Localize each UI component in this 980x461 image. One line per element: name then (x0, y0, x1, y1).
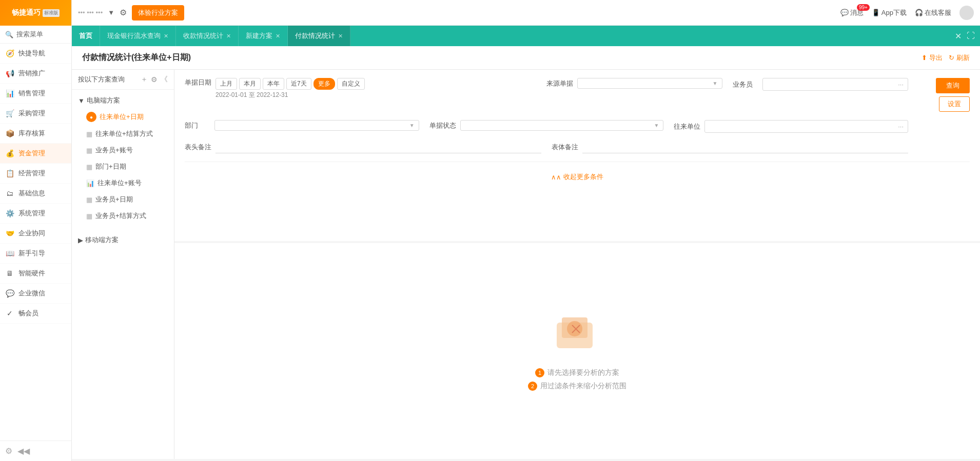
marketing-icon: 📢 (5, 69, 14, 78)
setting-button[interactable]: 设置 (939, 96, 970, 112)
header-note-group: 表头备注 (185, 141, 541, 153)
inventory-icon: 📦 (5, 129, 14, 138)
message-button[interactable]: 💬 消息 99+ (840, 8, 864, 17)
tab-new-plan[interactable]: 新建方案 ✕ (239, 26, 288, 46)
tab-payment[interactable]: 付款情况统计 ✕ (288, 26, 350, 46)
scheme-item-dept-date[interactable]: ▦ 部门+日期 (72, 158, 174, 175)
sidebar-item-weixin[interactable]: 💬 企业微信 (0, 284, 71, 304)
sidebar-item-guide[interactable]: 📖 新手引导 (0, 244, 71, 264)
tab-home[interactable]: 首页 (72, 26, 100, 46)
scheme-item-staff-account[interactable]: ▦ 业务员+账号 (72, 142, 174, 158)
topbar-right: 💬 消息 99+ 📱 App下载 🎧 在线客服 (840, 6, 974, 20)
date-btn-more[interactable]: 更多 (313, 78, 335, 90)
refresh-button[interactable]: ↻ 刷新 (949, 53, 970, 63)
date-btn-last-month[interactable]: 上月 (215, 78, 237, 90)
service-button[interactable]: 🎧 在线客服 (915, 8, 951, 17)
app-download-button[interactable]: 📱 App下载 (872, 8, 907, 17)
scheme-panel-header: 按以下方案查询 ＋ ⚙ 《 (72, 70, 174, 90)
scheme-item-unit-account[interactable]: 📊 往来单位+账号 (72, 175, 174, 191)
source-filter-group: 来源单据 ▼ (546, 78, 722, 89)
filter-actions: 查询 设置 (918, 78, 970, 112)
tab-expand-icon[interactable]: ⛶ (967, 31, 975, 41)
staff-filter-group: 业务员 ··· (733, 78, 909, 91)
filter-panel: 单据日期 上月 本月 本年 近7天 更多 自定义 20 (174, 70, 980, 241)
sidebar-item-system[interactable]: ⚙️ 系统管理 (0, 204, 71, 224)
basic-icon: 🗂 (5, 189, 14, 198)
date-btn-7days[interactable]: 近7天 (286, 78, 311, 90)
query-button[interactable]: 查询 (936, 78, 970, 93)
collapse-scheme-icon[interactable]: 《 (161, 75, 168, 84)
sidebar-label-guide: 新手引导 (18, 249, 45, 258)
search-menu-label: 搜索菜单 (16, 30, 43, 39)
unit-select[interactable]: ··· (704, 120, 908, 133)
scheme-item-unit-date[interactable]: ● 往来单位+日期 (72, 108, 174, 126)
topbar-gear-icon[interactable]: ⚙ (120, 8, 127, 17)
body-note-input[interactable] (582, 141, 908, 153)
dropdown-icon[interactable]: ▼ (108, 9, 114, 16)
system-icon: ⚙️ (5, 209, 14, 218)
collapse-button[interactable]: ∧∧ 收起更多条件 (185, 172, 970, 182)
scheme-item-label-0: 往来单位+日期 (100, 112, 144, 122)
unit-dots-icon: ··· (898, 123, 904, 130)
scheme-item-label-4: 往来单位+账号 (97, 178, 142, 188)
tab-receivable[interactable]: 收款情况统计 ✕ (176, 26, 239, 46)
export-button[interactable]: ⬆ 导出 (922, 53, 943, 63)
empty-hint-1-text: 请先选择要分析的方案 (547, 368, 619, 377)
pc-group-title[interactable]: ▼ 电脑端方案 (72, 93, 174, 108)
app-label: App下载 (881, 8, 907, 17)
search-menu[interactable]: 🔍 搜索菜单 (0, 26, 71, 44)
trial-button[interactable]: 体验行业方案 (132, 5, 184, 21)
tab-bank-close[interactable]: ✕ (164, 33, 168, 39)
date-btn-this-month[interactable]: 本月 (239, 78, 261, 90)
empty-hint-2-text: 用过滤条件来缩小分析范围 (540, 382, 626, 391)
scheme-item-unit-settle[interactable]: ▦ 往来单位+结算方式 (72, 126, 174, 142)
dept-select[interactable]: ▼ (214, 120, 419, 131)
sidebar-item-member[interactable]: ✓ 畅会员 (0, 304, 71, 324)
sidebar-item-enterprise[interactable]: 🤝 企业协同 (0, 224, 71, 244)
quick-nav-icon: 🧭 (5, 49, 14, 58)
collapse-area: ∧∧ 收起更多条件 (185, 162, 970, 182)
brand-name: 畅捷通巧 (12, 8, 41, 17)
scheme-item-icon-6: ▦ (86, 212, 92, 220)
sidebar-item-sales[interactable]: 📊 销售管理 (0, 84, 71, 104)
tab-close-all-icon[interactable]: ✕ (955, 31, 962, 41)
empty-hint-1: 1 请先选择要分析的方案 (535, 368, 619, 377)
manage-scheme-icon[interactable]: ⚙ (151, 75, 158, 84)
staff-select[interactable]: ··· (762, 78, 909, 91)
tab-receivable-close[interactable]: ✕ (226, 33, 231, 39)
settings-icon[interactable]: ⚙ (5, 446, 12, 456)
add-scheme-icon[interactable]: ＋ (141, 75, 148, 84)
mobile-group-title[interactable]: ▶ 移动端方案 (72, 232, 174, 248)
tab-new-plan-close[interactable]: ✕ (276, 33, 280, 39)
date-btn-this-year[interactable]: 本年 (263, 78, 284, 90)
header-note-input[interactable] (215, 141, 541, 153)
doc-status-select[interactable]: ▼ (460, 120, 664, 131)
scheme-item-staff-date[interactable]: ▦ 业务员+日期 (72, 191, 174, 208)
sidebar-item-marketing[interactable]: 📢 营销推广 (0, 64, 71, 84)
empty-illustration (546, 307, 608, 360)
topbar-logo-text: ••• ••• ••• (78, 9, 103, 16)
source-select[interactable]: ▼ (577, 78, 722, 89)
sidebar-label-system: 系统管理 (18, 209, 45, 218)
sidebar-item-operation[interactable]: 📋 经营管理 (0, 164, 71, 184)
sidebar-item-purchase[interactable]: 🛒 采购管理 (0, 104, 71, 124)
user-avatar[interactable] (959, 6, 974, 20)
scheme-panel: 按以下方案查询 ＋ ⚙ 《 ▼ 电脑端方案 ● 往来单位+日期 (72, 70, 174, 459)
tab-payment-close[interactable]: ✕ (338, 33, 343, 39)
guide-icon: 📖 (5, 249, 14, 258)
mobile-group-label: 移动端方案 (85, 235, 119, 245)
sidebar-item-hardware[interactable]: 🖥 智能硬件 (0, 264, 71, 284)
sidebar-item-capital[interactable]: 💰 资金管理 (0, 144, 71, 164)
scheme-item-icon-1: ▦ (86, 130, 92, 138)
tab-bank[interactable]: 现金银行流水查询 ✕ (100, 26, 176, 46)
collapse-sidebar-icon[interactable]: ◀◀ (17, 446, 30, 456)
staff-dots-icon: ··· (898, 81, 904, 88)
date-btn-custom[interactable]: 自定义 (337, 78, 365, 90)
scheme-item-staff-settle[interactable]: ▦ 业务员+结算方式 (72, 208, 174, 224)
sidebar-item-inventory[interactable]: 📦 库存核算 (0, 124, 71, 144)
body-layout: 按以下方案查询 ＋ ⚙ 《 ▼ 电脑端方案 ● 往来单位+日期 (72, 70, 980, 459)
sidebar-item-basic[interactable]: 🗂 基础信息 (0, 184, 71, 204)
refresh-icon: ↻ (949, 54, 954, 62)
empty-state: 1 请先选择要分析的方案 2 用过滤条件来缩小分析范围 (174, 243, 980, 459)
sidebar-item-quick-nav[interactable]: 🧭 快捷导航 (0, 44, 71, 64)
